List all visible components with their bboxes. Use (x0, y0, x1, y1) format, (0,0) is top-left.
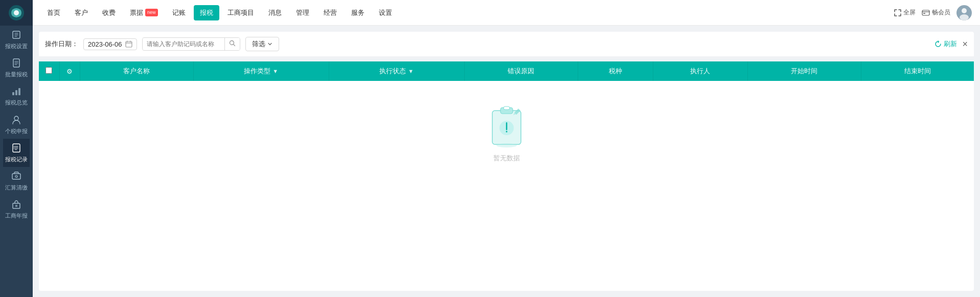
svg-point-7 (14, 116, 18, 120)
data-table: ⚙客户名称操作类型▼执行状态▼错误原因税种执行人开始时间结束时间 (39, 61, 974, 183)
svg-rect-11 (12, 174, 20, 179)
sidebar-label-baoshui-shezhi: 报税设置 (5, 43, 28, 50)
sidebar-logo (0, 0, 33, 26)
search-icon (229, 40, 236, 47)
th-tax_type: 税种 (578, 61, 653, 81)
nav-label-fuwu: 服务 (351, 8, 364, 17)
sidebar-label-huisuan-jiaona: 汇算清缴 (5, 184, 28, 191)
sidebar-item-piliang-baoshui[interactable]: 批量报税 (3, 54, 30, 82)
filter-button[interactable]: 筛选 (245, 37, 279, 51)
sidebar-label-piliang-baoshui: 批量报税 (5, 71, 28, 78)
svg-rect-4 (12, 92, 14, 95)
calendar-icon (125, 40, 132, 48)
svg-rect-6 (18, 88, 20, 95)
svg-rect-15 (922, 10, 929, 15)
svg-point-12 (15, 175, 17, 177)
th-start_time: 开始时间 (747, 61, 861, 81)
nav-label-customer: 客户 (75, 8, 88, 17)
th-label-operation_type: 操作类型 (244, 67, 270, 76)
empty-state: 暂无数据 (39, 81, 974, 183)
svg-point-21 (230, 41, 234, 45)
baoshui-zonglun-icon (11, 86, 21, 98)
svg-rect-14 (15, 205, 17, 207)
baoshui-shezhi-icon (11, 30, 21, 41)
th-checkbox (39, 61, 59, 81)
sidebar-item-huisuan-jiaona[interactable]: 汇算清缴 (3, 167, 30, 195)
nav-item-customer[interactable]: 客户 (69, 5, 94, 20)
member-label: 畅会员 (932, 8, 950, 17)
refresh-button[interactable]: 刷新 (935, 39, 957, 49)
svg-rect-16 (923, 13, 925, 14)
toolbar: 操作日期： 2023-06-06 筛选 (39, 32, 974, 56)
topnav: 首页客户收费票据new记账报税工商项目消息管理经营服务设置 全屏 畅会员 (33, 0, 980, 26)
th-label-customer_name: 客户名称 (123, 67, 150, 76)
nav-item-shoufei[interactable]: 收费 (96, 5, 122, 20)
geshuishenb-icon (11, 115, 21, 126)
nav-item-jizhang[interactable]: 记账 (166, 5, 192, 20)
sidebar-item-baoshui-shezhi[interactable]: 报税设置 (3, 26, 30, 54)
sidebar-item-baoshui-jilu[interactable]: 报税记录 (3, 139, 30, 167)
sidebar-item-gongshangnianb[interactable]: 工商年报 (3, 195, 30, 223)
gear-icon[interactable]: ⚙ (66, 68, 73, 75)
piliang-baoshui-icon (11, 58, 21, 70)
user-avatar[interactable] (956, 5, 972, 20)
nav-label-guanli: 管理 (296, 8, 309, 17)
date-picker[interactable]: 2023-06-06 (83, 38, 137, 50)
svg-point-26 (506, 131, 507, 133)
th-gear: ⚙ (59, 61, 80, 81)
th-label-tax_type: 税种 (609, 67, 622, 76)
refresh-label: 刷新 (944, 39, 957, 49)
content-area: 操作日期： 2023-06-06 筛选 (33, 26, 980, 297)
sidebar: 报税设置 批量报税 报税总览 个税申报 报税记录 汇算清缴 工商年报 (0, 0, 33, 297)
nav-label-jingying: 经营 (324, 8, 337, 17)
search-button[interactable] (224, 38, 240, 50)
th-exec_status: 执行状态▼ (329, 61, 464, 81)
fullscreen-icon (894, 9, 901, 16)
select-all-checkbox[interactable] (45, 67, 52, 74)
baoshui-jilu-icon (11, 143, 21, 155)
nav-label-shezhi: 设置 (379, 8, 392, 17)
fullscreen-button[interactable]: 全屏 (894, 8, 916, 17)
svg-point-27 (496, 143, 517, 147)
close-button[interactable]: × (962, 39, 968, 49)
date-label: 操作日期： (45, 39, 78, 49)
search-box[interactable] (142, 37, 240, 51)
nav-label-baoshui: 报税 (200, 8, 213, 17)
nav-item-shezhi[interactable]: 设置 (373, 5, 398, 20)
nav-item-xiaoxi[interactable]: 消息 (262, 5, 288, 20)
nav-item-gongshang[interactable]: 工商项目 (221, 5, 260, 20)
th-customer_name: 客户名称 (80, 61, 193, 81)
date-value: 2023-06-06 (88, 40, 122, 48)
topnav-right: 全屏 畅会员 (894, 5, 972, 20)
svg-point-10 (14, 147, 15, 148)
nav-label-jizhang: 记账 (172, 8, 186, 17)
fullscreen-label: 全屏 (903, 8, 916, 17)
svg-point-1 (14, 10, 19, 15)
svg-point-18 (962, 8, 967, 13)
nav-label-xiaoxi: 消息 (268, 8, 282, 17)
empty-text: 暂无数据 (493, 154, 520, 163)
sidebar-item-baoshui-zonglun[interactable]: 报税总览 (3, 82, 30, 110)
filter-icon-exec_status[interactable]: ▼ (408, 68, 414, 74)
nav-item-piao[interactable]: 票据new (124, 5, 164, 20)
chevron-down-icon (267, 41, 272, 47)
member-button[interactable]: 畅会员 (922, 8, 950, 17)
search-input[interactable] (143, 38, 224, 50)
nav-item-jingying[interactable]: 经营 (317, 5, 343, 20)
th-label-executor: 执行人 (690, 67, 710, 76)
nav-item-guanli[interactable]: 管理 (290, 5, 315, 20)
th-label-start_time: 开始时间 (791, 67, 817, 76)
nav-item-home[interactable]: 首页 (41, 5, 66, 20)
th-error_reason: 错误原因 (464, 61, 578, 81)
table-container: ⚙客户名称操作类型▼执行状态▼错误原因税种执行人开始时间结束时间 (39, 61, 974, 291)
svg-point-9 (14, 146, 15, 147)
nav-item-baoshui[interactable]: 报税 (194, 5, 219, 20)
nav-label-gongshang: 工商项目 (227, 8, 254, 17)
filter-icon-operation_type[interactable]: ▼ (272, 68, 278, 74)
svg-rect-5 (15, 90, 17, 95)
nav-item-fuwu[interactable]: 服务 (345, 5, 371, 20)
sidebar-item-geshuishenb[interactable]: 个税申报 (3, 111, 30, 139)
th-label-exec_status: 执行状态 (379, 67, 406, 76)
svg-rect-20 (126, 41, 132, 47)
toolbar-right: 刷新 × (935, 39, 968, 49)
